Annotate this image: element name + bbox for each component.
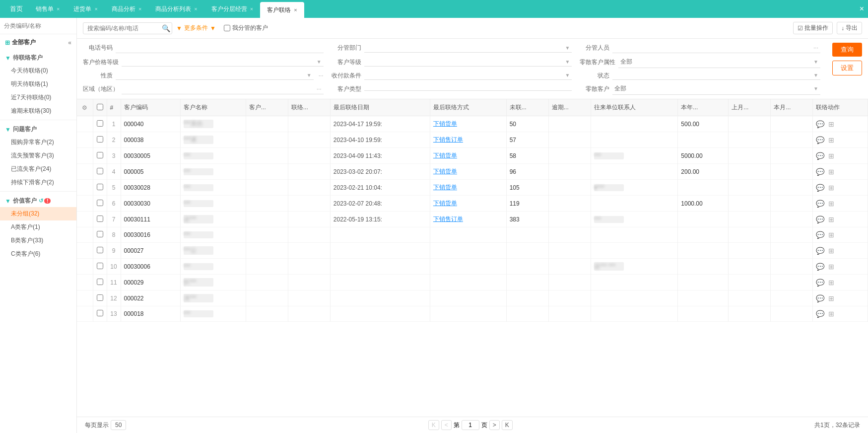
row-select-checkbox[interactable] [97, 120, 103, 127]
tab-purchase[interactable]: 进货单 × [67, 0, 104, 18]
page-size-value[interactable]: 50 [111, 420, 126, 430]
prev-page-btn[interactable]: < [441, 420, 452, 430]
row-select-checkbox[interactable] [97, 136, 103, 143]
grid-action-icon[interactable]: ⊞ [828, 168, 834, 176]
refresh-icon[interactable]: ↺ [39, 198, 43, 204]
my-clients-check[interactable] [224, 25, 230, 31]
grid-action-icon[interactable]: ⊞ [828, 184, 834, 192]
page-number-input[interactable] [462, 420, 479, 430]
close-icon[interactable]: × [57, 6, 60, 12]
batch-ops-btn[interactable]: ☑ 批量操作 [793, 22, 833, 34]
group-value-clients[interactable]: ▼ 价值客户 ↺ ! [0, 194, 76, 207]
row-select-checkbox[interactable] [97, 152, 103, 158]
sidebar-item-overdue-contact[interactable]: 逾期未联络(30) [0, 104, 76, 118]
sidebar-search-input[interactable] [4, 22, 77, 29]
grid-action-icon[interactable]: ⊞ [828, 216, 834, 223]
staff-select[interactable]: ··· [612, 43, 820, 53]
row-select-checkbox[interactable] [97, 294, 103, 301]
message-icon[interactable]: 💬 [816, 216, 824, 223]
close-icon[interactable]: × [138, 6, 141, 12]
tab-goods-analysis-list[interactable]: 商品分析列表 × [148, 0, 204, 18]
row-last-method[interactable]: 下销售订单 [430, 132, 506, 148]
row-last-method[interactable]: 下销售订单 [430, 212, 506, 227]
grid-action-icon[interactable]: ⊞ [828, 136, 834, 144]
nature-select[interactable]: ▼ [116, 71, 314, 80]
row-last-method[interactable] [430, 259, 506, 275]
tab-customer-contact[interactable]: 客户联络 × [260, 2, 304, 18]
row-select-checkbox[interactable] [97, 310, 103, 316]
close-window-icon[interactable]: × [860, 4, 864, 13]
client-level-select[interactable]: ▼ [364, 58, 572, 67]
price-level-select[interactable]: ▼ [122, 58, 324, 67]
grid-action-icon[interactable]: ⊞ [828, 231, 834, 239]
retail-client-select[interactable]: 全部 ▼ [612, 83, 820, 95]
sidebar-item-tomorrow-pending[interactable]: 明天待联络(1) [0, 77, 76, 91]
reset-button[interactable]: 设置 [832, 61, 862, 75]
area-select[interactable]: ··· [122, 84, 324, 94]
phone-input[interactable] [116, 43, 324, 53]
tab-home[interactable]: 首页 [4, 0, 29, 18]
row-last-method[interactable] [430, 227, 506, 243]
last-page-btn[interactable]: K [502, 420, 513, 430]
message-icon[interactable]: 💬 [816, 152, 824, 160]
sidebar-item-today-pending[interactable]: 今天待联络(0) [0, 64, 76, 77]
group-pending-contact[interactable]: ▼ 待联络客户 [0, 51, 76, 64]
sidebar-item-hoarding-abnormal[interactable]: 囤购异常客户(2) [0, 136, 76, 149]
close-icon[interactable]: × [250, 6, 253, 12]
row-select-checkbox[interactable] [97, 168, 103, 174]
group-problem-clients[interactable]: ▼ 问题客户 [0, 122, 76, 136]
row-select-checkbox[interactable] [97, 263, 103, 269]
row-select-checkbox[interactable] [97, 231, 103, 237]
close-icon[interactable]: × [294, 7, 297, 13]
collapse-icon[interactable]: « [68, 39, 71, 46]
row-last-method[interactable]: 下销货单 [430, 196, 506, 212]
tab-customer-tier[interactable]: 客户分层经营 × [204, 0, 260, 18]
row-select-checkbox[interactable] [97, 200, 103, 206]
more-icon[interactable]: ··· [317, 85, 322, 92]
row-select-checkbox[interactable] [97, 247, 103, 253]
more-conditions-btn[interactable]: ▼ 更多条件 ▼ [176, 24, 216, 32]
message-icon[interactable]: 💬 [816, 168, 824, 176]
tab-goods-analysis[interactable]: 商品分析 × [105, 0, 148, 18]
row-last-method[interactable]: 下销货单 [430, 148, 506, 164]
search-icon[interactable]: 🔍 [162, 24, 170, 32]
message-icon[interactable]: 💬 [816, 279, 824, 287]
first-page-btn[interactable]: K [428, 420, 439, 430]
message-icon[interactable]: 💬 [816, 263, 824, 271]
message-icon[interactable]: 💬 [816, 184, 824, 192]
sidebar-item-declining[interactable]: 持续下滑客户(2) [0, 176, 76, 189]
sidebar-item-class-c[interactable]: C类客户(6) [0, 247, 76, 261]
sidebar-item-class-a[interactable]: A类客户(1) [0, 220, 76, 234]
retail-attr-select[interactable]: 全部 ▼ [618, 56, 820, 68]
sidebar-item-ungrouped[interactable]: 未分组(32) [0, 207, 76, 220]
grid-action-icon[interactable]: ⊞ [828, 294, 834, 302]
grid-action-icon[interactable]: ⊞ [828, 263, 834, 271]
close-icon[interactable]: × [194, 6, 197, 12]
close-icon[interactable]: × [94, 6, 97, 12]
grid-action-icon[interactable]: ⊞ [828, 152, 834, 160]
message-icon[interactable]: 💬 [816, 310, 824, 318]
row-select-checkbox[interactable] [97, 216, 103, 222]
gear-icon[interactable]: ⚙ [82, 104, 87, 111]
client-type-select[interactable] [364, 87, 572, 91]
status-select[interactable]: ▼ [612, 71, 820, 80]
query-button[interactable]: 查询 [832, 43, 862, 57]
message-icon[interactable]: 💬 [816, 247, 824, 255]
dept-select[interactable]: ▼ [364, 44, 572, 53]
sidebar-item-class-b[interactable]: B类客户(33) [0, 234, 76, 247]
row-last-method[interactable]: 下销货单 [430, 116, 506, 132]
row-last-method[interactable]: 下销货单 [430, 164, 506, 180]
message-icon[interactable]: 💬 [816, 294, 824, 302]
more-icon[interactable]: ··· [813, 44, 818, 51]
grid-action-icon[interactable]: ⊞ [828, 247, 834, 255]
row-last-method[interactable]: 下销货单 [430, 180, 506, 196]
message-icon[interactable]: 💬 [816, 231, 824, 239]
grid-action-icon[interactable]: ⊞ [828, 120, 834, 128]
row-last-method[interactable] [430, 290, 506, 306]
export-btn[interactable]: ↓ 导出 [837, 22, 862, 34]
row-select-checkbox[interactable] [97, 279, 103, 285]
col-settings[interactable]: ⚙ [77, 99, 93, 116]
grid-action-icon[interactable]: ⊞ [828, 200, 834, 208]
my-clients-checkbox[interactable]: 我分管的客户 [224, 24, 268, 32]
filter-search-input[interactable] [87, 25, 162, 32]
